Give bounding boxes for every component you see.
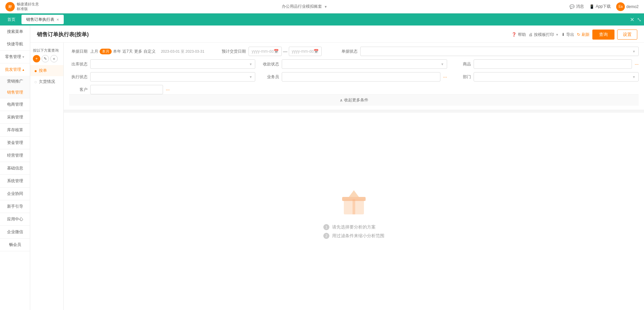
customer-label: 客户 <box>69 87 88 93</box>
filter-expected-date-group: 预计交货日期 yyyy-mm-dd 📅 — yyyy-mm-dd 📅 <box>222 47 322 56</box>
salesperson-input[interactable] <box>282 72 440 82</box>
tab-home[interactable]: 首页 <box>3 15 20 24</box>
payment-arrow-icon: ▼ <box>441 62 444 66</box>
sidebar-item-quicknav[interactable]: 快捷导航 <box>0 38 30 50</box>
sidebar-item-basic[interactable]: 基础信息 <box>0 162 30 174</box>
sidebar-section-collab: 企业协同 <box>0 188 30 200</box>
sidebar-item-wholesale[interactable]: 批发管理 ▲ <box>0 63 30 76</box>
sidebar-item-inventory[interactable]: 库存核算 <box>0 124 30 136</box>
expected-date-start[interactable]: yyyy-mm-dd 📅 <box>249 47 281 56</box>
sidebar-item-finance[interactable]: 资金管理 <box>0 137 30 149</box>
sidebar-sub-item-sales[interactable]: 销售管理 <box>0 87 30 98</box>
execution-select[interactable]: ▼ <box>90 72 255 82</box>
preset-custom[interactable]: 自定义 <box>144 49 156 54</box>
tab-close-all-icon[interactable]: ✕ <box>630 16 634 23</box>
tab-expand-icon[interactable]: ⤡ <box>637 16 641 23</box>
edit-scheme-button[interactable]: ✎ <box>42 55 49 62</box>
sidebar-item-operations[interactable]: 经营管理 <box>0 149 30 162</box>
salesperson-label: 业务员 <box>261 74 279 80</box>
page-title: 销售订单执行表(按单) <box>37 31 89 38</box>
scheme-buttons: + ✎ « <box>30 54 63 65</box>
sidebar-section-purchase: 采购管理 <box>0 111 30 124</box>
export-icon: ⬇ <box>561 32 565 37</box>
page-header-actions: ❓ 帮助 🖨 按模板打印 ▼ ⬇ 导出 ↻ 刷新 查询 设置 <box>512 30 637 40</box>
empty-box-svg <box>337 184 371 218</box>
app-download-button[interactable]: 📱 App下载 <box>589 4 611 9</box>
left-panel-content: 按以下方案查询 + ✎ « ● 按单 <box>30 43 63 90</box>
filter-goods-group: 商品 ··· <box>452 59 639 69</box>
customer-input[interactable] <box>90 85 163 94</box>
sidebar-item-system[interactable]: 系统管理 <box>0 175 30 187</box>
avatar: Ea <box>616 2 625 11</box>
goods-input[interactable] <box>474 59 632 69</box>
message-button[interactable]: 💬 消息 <box>570 4 584 9</box>
sidebar-section-operations: 经营管理 <box>0 149 30 162</box>
add-scheme-button[interactable]: + <box>33 55 40 62</box>
scheme-item-by-order[interactable]: ● 按单 <box>30 65 63 76</box>
sidebar-item-purchase[interactable]: 采购管理 <box>0 111 30 123</box>
date-label: 单据日期 <box>69 49 88 54</box>
top-bar-left: 好 畅捷通好生意 标准版 <box>5 2 39 11</box>
print-button[interactable]: 🖨 按模板打印 ▼ <box>529 32 559 38</box>
goods-dots[interactable]: ··· <box>635 61 639 67</box>
dept-label: 部门 <box>452 74 471 80</box>
app-download-icon: 📱 <box>589 4 594 9</box>
sidebar-item-apps[interactable]: 应用中心 <box>0 213 30 225</box>
tab-bar: 首页 销售订单执行表 ✕ ✕ ⤡ <box>0 13 644 25</box>
expected-date-label: 预计交货日期 <box>222 49 246 54</box>
refresh-button[interactable]: ↻ 刷新 <box>577 32 590 38</box>
sidebar-item-retail[interactable]: 零售管理 ▼ <box>0 51 30 63</box>
preset-this-year[interactable]: 本年 <box>113 49 121 54</box>
collapse-scheme-button[interactable]: « <box>50 55 58 62</box>
preset-this-month[interactable]: 本月 <box>100 49 112 54</box>
sidebar-section-system: 系统管理 <box>0 175 30 188</box>
sidebar-item-member[interactable]: 畅会员 <box>0 239 30 251</box>
scheme-inactive-icon: ○ <box>34 79 37 85</box>
tab-close-icon[interactable]: ✕ <box>56 18 59 21</box>
preset-more[interactable]: 更多 <box>134 49 142 54</box>
svg-marker-2 <box>349 190 359 197</box>
user-menu[interactable]: Ea demo2 <box>616 2 639 11</box>
empty-tip-2: 2 用过滤条件来缩小分析范围 <box>323 233 384 239</box>
customer-dots[interactable]: ··· <box>166 87 170 92</box>
filter-payment-group: 收款状态 ▼ <box>261 59 447 69</box>
dept-select[interactable]: ▼ <box>474 72 639 82</box>
delivery-select[interactable]: ▼ <box>90 59 255 69</box>
breadcrumb: 办公用品行业模拟账套 ▾ <box>282 4 327 9</box>
sidebar-item-guide[interactable]: 新手引导 <box>0 200 30 213</box>
export-button[interactable]: ⬇ 导出 <box>561 32 574 38</box>
expected-date-end[interactable]: yyyy-mm-dd 📅 <box>289 47 322 56</box>
sidebar-item-ecommerce[interactable]: 电商管理 <box>0 98 30 111</box>
preset-last-month[interactable]: 上月 <box>90 49 98 54</box>
retail-arrow-icon: ▼ <box>22 55 25 59</box>
scheme-item-shortage[interactable]: ○ 欠货情况 <box>30 76 63 87</box>
goods-label: 商品 <box>452 61 471 67</box>
settings-button[interactable]: 设置 <box>617 30 637 40</box>
filter-salesperson-group: 业务员 ··· <box>261 72 447 82</box>
preset-7days[interactable]: 近7天 <box>122 49 133 54</box>
sidebar-item-wechat[interactable]: 企业微信 <box>0 226 30 238</box>
logo-icon: 好 <box>5 2 15 11</box>
sidebar-section-member: 畅会员 <box>0 239 30 251</box>
delivery-label: 出库状态 <box>69 61 88 67</box>
breadcrumb-arrow-icon[interactable]: ▾ <box>325 4 327 9</box>
dept-arrow-icon: ▼ <box>632 75 636 79</box>
query-button[interactable]: 查询 <box>592 30 614 40</box>
salesperson-dots[interactable]: ··· <box>443 74 447 80</box>
status-select[interactable]: ▼ <box>360 47 639 56</box>
sidebar-section-retail: 零售管理 ▼ <box>0 51 30 63</box>
filter-delivery-group: 出库状态 ▼ <box>69 59 255 69</box>
empty-tips: 1 请先选择要分析的方案 2 用过滤条件来缩小分析范围 <box>323 224 384 239</box>
sidebar-item-search[interactable]: 搜索菜单 <box>0 25 30 38</box>
collapse-bar[interactable]: ∧ 收起更多条件 <box>69 94 639 106</box>
message-icon: 💬 <box>570 4 575 9</box>
payment-select[interactable]: ▼ <box>282 59 447 69</box>
sidebar-item-collab[interactable]: 企业协同 <box>0 188 30 200</box>
filter-date-group: 单据日期 上月 本月 本年 近7天 更多 自定义 2023-03-01 至 20… <box>69 49 204 54</box>
filter-row-2: 出库状态 ▼ 收款状态 ▼ <box>69 59 639 69</box>
tab-sales-order[interactable]: 销售订单执行表 ✕ <box>21 15 64 24</box>
sidebar-section-guide: 新手引导 <box>0 200 30 213</box>
help-button[interactable]: ❓ 帮助 <box>512 32 526 38</box>
payment-label: 收款状态 <box>261 61 279 67</box>
sidebar-sub-item-marketing[interactable]: 营销推广 <box>0 76 30 87</box>
